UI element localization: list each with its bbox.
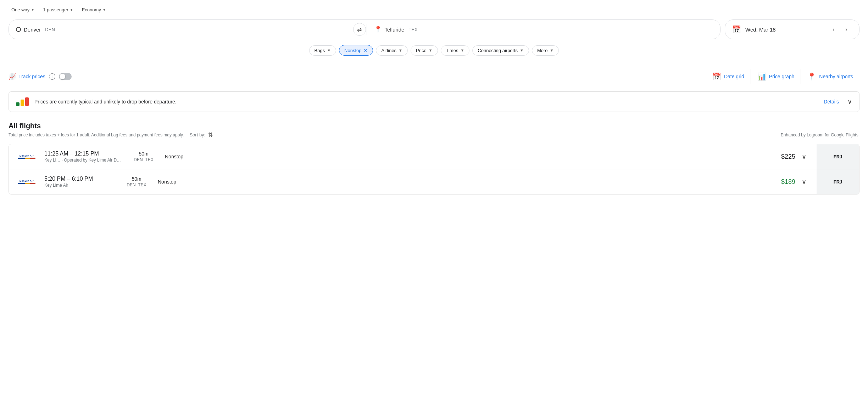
- flight-row: Denver Air 5:20 PM – 6:10 PM Key Lime Ai…: [9, 169, 859, 194]
- airline-logo-1: Denver Air: [16, 152, 37, 162]
- flight-1-arrive: 12:15 PM: [74, 151, 99, 157]
- swap-icon: ⇄: [357, 26, 362, 33]
- search-box[interactable]: Denver DEN ⇄ 📍 Telluride TEX: [9, 19, 720, 39]
- flight-1-side-label[interactable]: FRJ: [817, 144, 859, 169]
- flight-2-dash: –: [67, 176, 72, 182]
- track-row: 📈 Track prices i 📅 Date grid 📊 Price gra…: [9, 69, 859, 84]
- flight-2-depart: 5:20 PM: [44, 176, 66, 182]
- destination-field[interactable]: 📍 Telluride TEX: [374, 26, 713, 33]
- flight-2-duration: 50m DEN–TEX: [122, 176, 151, 187]
- track-prices-toggle[interactable]: [59, 73, 72, 80]
- main-divider: [9, 63, 859, 63]
- filter-row: Bags ▼ Nonstop ✕ Airlines ▼ Price ▼ Time…: [9, 45, 859, 56]
- connecting-filter[interactable]: Connecting airports ▼: [472, 45, 529, 56]
- date-grid-button[interactable]: 📅 Date grid: [706, 69, 751, 84]
- times-filter[interactable]: Times ▼: [441, 45, 470, 56]
- price-label: Price: [416, 48, 427, 53]
- flight-1-duration: 50m DEN–TEX: [129, 151, 158, 162]
- flight-1-times: 11:25 AM – 12:15 PM Key Li… · Operated b…: [44, 151, 122, 163]
- price-notice-expand-icon[interactable]: ∨: [847, 98, 852, 106]
- cabin-selector[interactable]: Economy ▼: [79, 6, 109, 14]
- enhanced-label: Enhanced by Legroom for Google Flights.: [781, 132, 859, 137]
- origin-dot-icon: [16, 27, 21, 32]
- flight-2-arrive: 6:10 PM: [72, 176, 93, 182]
- track-right: 📅 Date grid 📊 Price graph 📍 Nearby airpo…: [706, 69, 859, 84]
- flight-1-route: DEN–TEX: [129, 157, 158, 162]
- details-button[interactable]: Details: [824, 99, 839, 105]
- bags-filter[interactable]: Bags ▼: [309, 45, 336, 56]
- airline-bar: [18, 158, 35, 159]
- origin-city: Denver: [24, 27, 41, 33]
- top-bar: One way ▼ 1 passenger ▼ Economy ▼: [9, 6, 859, 14]
- flight-2-times: 5:20 PM – 6:10 PM Key Lime Air: [44, 176, 115, 188]
- flight-1-airline-sub: Key Li… · Operated by Key Lime Air DBA D…: [44, 158, 122, 163]
- date-prev-button[interactable]: ‹: [828, 24, 839, 35]
- flight-1-expand-button[interactable]: ∨: [798, 151, 809, 162]
- flight-1-depart: 11:25 AM: [44, 151, 68, 157]
- origin-code: DEN: [45, 27, 55, 32]
- price-graph-button[interactable]: 📊 Price graph: [751, 69, 801, 84]
- connecting-label: Connecting airports: [478, 48, 518, 53]
- flight-2-side-label[interactable]: FRJ: [817, 169, 859, 194]
- airlines-label: Airlines: [381, 48, 396, 53]
- cabin-chevron: ▼: [102, 8, 106, 12]
- price-bars-icon: [16, 97, 29, 106]
- date-next-button[interactable]: ›: [841, 24, 852, 35]
- flight-row: Denver Air 11:25 AM – 12:15 PM Key Li… ·…: [9, 144, 859, 169]
- more-label: More: [537, 48, 548, 53]
- times-chevron: ▼: [460, 48, 464, 52]
- track-info-icon[interactable]: i: [49, 73, 55, 80]
- flight-2-main[interactable]: Denver Air 5:20 PM – 6:10 PM Key Lime Ai…: [9, 169, 817, 194]
- denverair-logo-1: Denver Air: [18, 154, 35, 159]
- nonstop-close-icon[interactable]: ✕: [363, 47, 368, 53]
- origin-field[interactable]: Denver DEN: [16, 27, 355, 33]
- times-label: Times: [446, 48, 458, 53]
- airline-logo-2: Denver Air: [16, 177, 37, 187]
- all-flights-subtitle-text: Total price includes taxes + fees for 1 …: [9, 132, 184, 137]
- all-flights-title: All flights: [9, 122, 859, 130]
- trip-type-chevron: ▼: [31, 8, 34, 12]
- track-prices-button[interactable]: 📈 Track prices: [9, 73, 45, 80]
- flight-1-price: $225: [781, 153, 795, 160]
- sort-icon[interactable]: ⇅: [208, 131, 213, 138]
- price-notice-text: Prices are currently typical and unlikel…: [34, 99, 818, 105]
- flight-2-route: DEN–TEX: [122, 182, 151, 187]
- trending-icon: 📈: [9, 73, 16, 80]
- denverair-logo-2: Denver Air: [18, 180, 35, 184]
- flight-1-main[interactable]: Denver Air 11:25 AM – 12:15 PM Key Li… ·…: [9, 144, 817, 169]
- flight-2-stops: Nonstop: [158, 179, 193, 185]
- connecting-chevron: ▼: [520, 48, 524, 52]
- nonstop-filter[interactable]: Nonstop ✕: [339, 45, 373, 56]
- passengers-selector[interactable]: 1 passenger ▼: [40, 6, 76, 14]
- price-filter[interactable]: Price ▼: [411, 45, 438, 56]
- date-field[interactable]: 📅 Wed, Mar 18 ‹ ›: [725, 19, 859, 39]
- date-grid-label: Date grid: [724, 74, 744, 79]
- info-i: i: [51, 74, 52, 79]
- airline-bar-2: [18, 183, 35, 184]
- track-left: 📈 Track prices i: [9, 73, 72, 80]
- date-nav: ‹ ›: [828, 24, 852, 35]
- airline-name-line1-2: Denver Air: [20, 180, 34, 182]
- passengers-chevron: ▼: [70, 8, 73, 12]
- all-flights-meta: Total price includes taxes + fees for 1 …: [9, 131, 859, 138]
- track-prices-label: Track prices: [18, 74, 45, 79]
- trip-type-selector[interactable]: One way ▼: [9, 6, 37, 14]
- more-filter[interactable]: More ▼: [532, 45, 559, 56]
- airline-name-line1: Denver Air: [20, 154, 34, 157]
- airlines-filter[interactable]: Airlines ▼: [376, 45, 408, 56]
- sort-row: Sort by: ⇅: [189, 131, 213, 138]
- swap-button[interactable]: ⇄: [353, 23, 366, 36]
- nonstop-label: Nonstop: [344, 48, 361, 53]
- flight-2-price-area: $189 ∨: [781, 176, 809, 187]
- sort-label: Sort by:: [189, 132, 205, 137]
- all-flights-section: All flights Total price includes taxes +…: [9, 122, 859, 194]
- price-chevron: ▼: [429, 48, 433, 52]
- bags-chevron: ▼: [327, 48, 331, 52]
- nearby-airports-label: Nearby airports: [819, 74, 853, 79]
- flight-2-duration-value: 50m: [122, 176, 151, 182]
- dest-city: Telluride: [385, 27, 405, 33]
- destination-pin-icon: 📍: [374, 26, 382, 33]
- flight-2-expand-button[interactable]: ∨: [798, 176, 809, 187]
- date-label: Wed, Mar 18: [745, 27, 776, 33]
- nearby-airports-button[interactable]: 📍 Nearby airports: [801, 69, 859, 84]
